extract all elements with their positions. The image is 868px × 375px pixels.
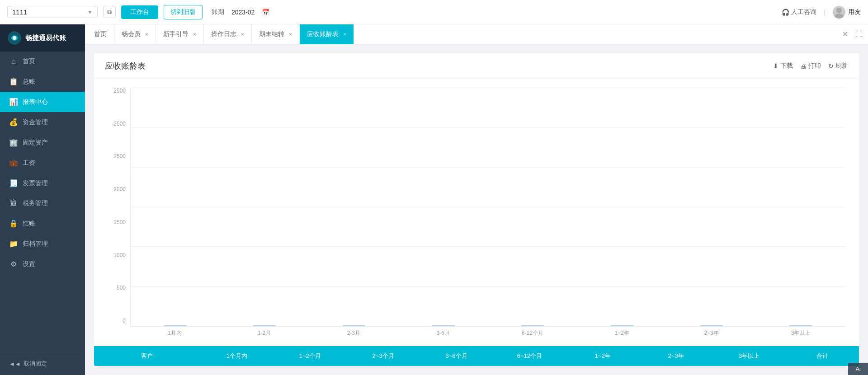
print-button[interactable]: 🖨 打印: [800, 62, 821, 70]
tab-close-icon[interactable]: ×: [193, 31, 196, 38]
refresh-button[interactable]: ↻ 刷新: [828, 62, 848, 70]
bar: [343, 325, 365, 326]
ledger-icon: 📋: [9, 77, 18, 86]
sidebar-item-funds[interactable]: 💰 资金管理: [0, 112, 85, 132]
main-content: 首页畅会员×新手引导×操作日志×期末结转×应收账龄表× ✕ ⛶ 应收账龄表 ⬇ …: [85, 24, 868, 375]
download-button[interactable]: ⬇ 下载: [773, 62, 793, 70]
grid-line: [131, 127, 845, 128]
tab-member[interactable]: 畅会员×: [114, 24, 156, 44]
sidebar-item-label: 税务管理: [23, 199, 48, 207]
company-selector[interactable]: 1111 ▼: [7, 6, 98, 18]
download-label: 下载: [780, 62, 793, 70]
y-label: 1500: [113, 220, 126, 225]
tab-close-icon[interactable]: ×: [241, 31, 244, 38]
user-info[interactable]: 用友: [833, 6, 861, 19]
bar: [164, 325, 187, 326]
sidebar-item-label: 首页: [23, 57, 35, 66]
bar: [253, 325, 276, 326]
sidebar-item-tax[interactable]: 🏛 税务管理: [0, 193, 85, 213]
maximize-icon[interactable]: ⛶: [854, 28, 864, 40]
bar-group: [488, 325, 578, 326]
period-label: 账期: [212, 8, 224, 16]
sidebar-item-archive[interactable]: 📁 归档管理: [0, 234, 85, 254]
x-label: 3年以上: [756, 329, 845, 337]
tab-label: 期末结转: [259, 30, 284, 38]
payroll-icon: 💼: [9, 159, 18, 167]
tab-label: 畅会员: [122, 30, 141, 38]
sidebar-item-assets[interactable]: 🏢 固定资产: [0, 132, 85, 153]
print-icon: 🖨: [800, 62, 807, 70]
cancel-fixed-icon: ◄◄: [9, 361, 21, 367]
grid-line: [131, 286, 845, 286]
bar-group: [577, 325, 667, 326]
tab-home[interactable]: 首页: [85, 24, 114, 44]
tab-guide[interactable]: 新手引导×: [156, 24, 204, 44]
table-column-header: 2~3年: [639, 352, 712, 360]
sidebar-item-close[interactable]: 🔒 结账: [0, 213, 85, 234]
tabs-bar: 首页畅会员×新手引导×操作日志×期末结转×应收账龄表× ✕ ⛶: [85, 24, 868, 44]
tab-label: 新手引导: [163, 30, 189, 38]
ai-badge: Ai: [848, 363, 868, 375]
sidebar-footer: ◄◄ 取消固定: [0, 352, 85, 375]
header-right: 🎧 人工咨询 | 用友: [782, 6, 861, 19]
bars-area: [130, 88, 845, 327]
sidebar-item-invoice[interactable]: 🧾 发票管理: [0, 173, 85, 193]
logo-icon: [7, 31, 22, 45]
headset-icon: 🎧: [782, 9, 789, 16]
sidebar-item-payroll[interactable]: 💼 工资: [0, 153, 85, 173]
sidebar-item-settings[interactable]: ⚙ 设置: [0, 254, 85, 274]
workbench-button[interactable]: 工作台: [121, 5, 158, 19]
cancel-fixed-button[interactable]: ◄◄ 取消固定: [9, 357, 76, 370]
copy-button[interactable]: ⧉: [103, 6, 116, 18]
grid-line: [131, 207, 845, 207]
table-column-header: 3~6个月: [420, 352, 493, 360]
tab-close-icon[interactable]: ×: [145, 31, 148, 38]
x-label: 1月内: [130, 329, 220, 337]
bar: [521, 325, 544, 326]
bar: [789, 325, 812, 326]
bar: [611, 325, 633, 326]
tab-close-icon[interactable]: ×: [289, 31, 292, 38]
table-column-header: 3年以上: [712, 352, 786, 360]
sidebar-item-label: 结账: [23, 220, 35, 228]
switch-version-button[interactable]: 切到旧版: [164, 5, 203, 19]
tab-label: 首页: [94, 30, 107, 38]
chart-area: 2500250025002000150010005000 1月内1-2月2-3月…: [94, 79, 859, 346]
y-label: 2000: [113, 187, 126, 192]
bar-group: [309, 325, 399, 326]
sidebar-item-home[interactable]: ⌂ 首页: [0, 52, 85, 71]
refresh-label: 刷新: [835, 62, 848, 70]
sidebar-item-reports[interactable]: 📊 报表中心: [0, 92, 85, 112]
tab-label: 应收账龄表: [307, 30, 339, 38]
sidebar-logo: 畅捷通易代账: [0, 24, 85, 52]
sidebar-item-ledger[interactable]: 📋 总账: [0, 71, 85, 92]
tab-close-icon[interactable]: ×: [343, 31, 346, 38]
consult-button[interactable]: 🎧 人工咨询: [782, 8, 816, 16]
y-axis: 2500250025002000150010005000: [108, 88, 130, 337]
tab-oplog[interactable]: 操作日志×: [204, 24, 252, 44]
calendar-icon[interactable]: 📅: [262, 9, 269, 16]
y-label: 0: [123, 318, 126, 323]
sidebar-item-label: 资金管理: [23, 118, 48, 127]
page-header: 应收账龄表 ⬇ 下载 🖨 打印 ↻ 刷新: [94, 53, 859, 79]
tab-aging[interactable]: 应收账龄表×: [300, 24, 354, 44]
close-icon: 🔒: [9, 219, 18, 228]
sidebar-item-label: 发票管理: [23, 179, 48, 188]
cancel-fixed-label: 取消固定: [24, 360, 47, 368]
home-icon: ⌂: [9, 57, 18, 66]
svg-point-3: [13, 36, 16, 40]
print-label: 打印: [808, 62, 821, 70]
top-header: 1111 ▼ ⧉ 工作台 切到旧版 账期 2023-02 📅 🎧 人工咨询 | …: [0, 0, 868, 24]
page-content: 应收账龄表 ⬇ 下载 🖨 打印 ↻ 刷新: [85, 44, 868, 375]
x-label: 1~2年: [577, 329, 667, 337]
bar-group: [667, 325, 756, 326]
grid-line: [131, 167, 845, 168]
x-label: 6-12个月: [488, 329, 577, 337]
refresh-icon: ↻: [828, 62, 834, 70]
x-label: 1-2月: [220, 329, 309, 337]
page-actions: ⬇ 下载 🖨 打印 ↻ 刷新: [773, 62, 848, 70]
period-value: 2023-02: [231, 9, 255, 16]
close-all-tabs-icon[interactable]: ✕: [840, 28, 850, 40]
tab-yearend[interactable]: 期末结转×: [252, 24, 300, 44]
sidebar-scroll: ⌂ 首页 📋 总账 📊 报表中心 💰 资金管理 🏢 固定资产 💼 工资 🧾 发票…: [0, 52, 85, 352]
